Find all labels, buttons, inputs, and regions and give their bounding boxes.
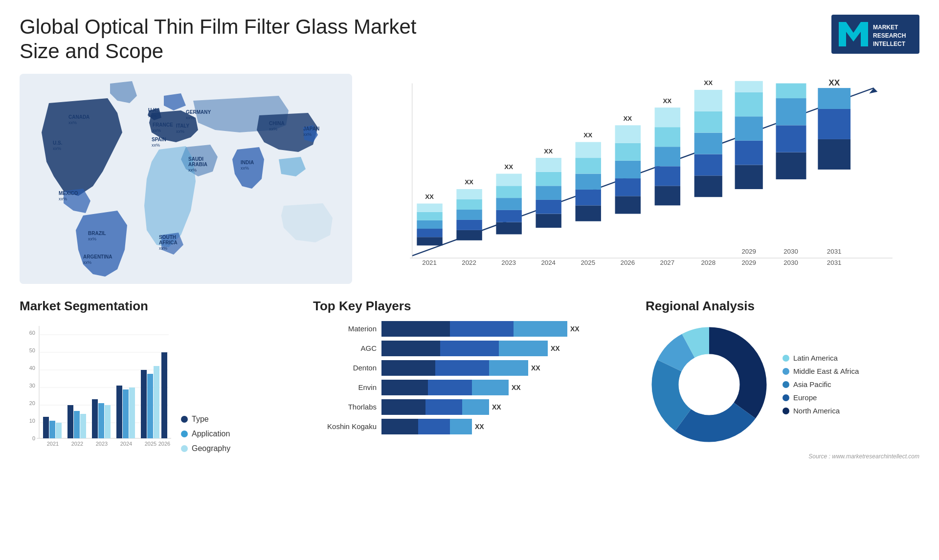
bottom-section: Market Segmentation 0 10 20 30 40 50 <box>20 299 919 460</box>
regional-dot-latin <box>782 355 789 362</box>
svg-rect-92 <box>735 92 763 116</box>
player-xx-denton: XX <box>531 364 540 372</box>
svg-rect-72 <box>615 178 641 196</box>
svg-text:xx%: xx% <box>159 246 167 251</box>
player-name-koshin: Koshin Kogaku <box>313 422 377 431</box>
svg-rect-134 <box>67 405 73 438</box>
legend-dot-type <box>181 416 188 423</box>
svg-text:2022: 2022 <box>71 441 83 447</box>
svg-text:40: 40 <box>29 365 35 371</box>
svg-text:60: 60 <box>29 330 35 336</box>
players-section: Top Key Players Materion XX <box>313 299 636 460</box>
svg-text:20: 20 <box>29 400 35 406</box>
svg-rect-41 <box>417 237 442 245</box>
svg-text:2029: 2029 <box>741 259 756 266</box>
svg-text:U.K.: U.K. <box>148 108 158 113</box>
legend-item-geography: Geography <box>181 444 230 453</box>
regional-label-mea: Middle East & Africa <box>793 367 859 375</box>
regional-label-apac: Asia Pacific <box>793 380 831 388</box>
svg-rect-144 <box>147 374 153 438</box>
svg-text:30: 30 <box>29 383 35 388</box>
donut-chart-svg <box>646 321 773 448</box>
logo-area: MARKET RESEARCH INTELLECT <box>831 15 919 54</box>
svg-text:AFRICA: AFRICA <box>159 240 178 245</box>
svg-rect-98 <box>776 83 806 98</box>
svg-rect-90 <box>735 141 763 165</box>
svg-rect-85 <box>694 132 722 154</box>
svg-text:xx%: xx% <box>152 143 160 148</box>
svg-rect-73 <box>615 161 641 178</box>
player-row-agc: AGC XX <box>313 341 636 356</box>
svg-text:2031: 2031 <box>827 259 842 266</box>
svg-rect-146 <box>161 352 167 438</box>
svg-text:10: 10 <box>29 418 35 424</box>
svg-text:2027: 2027 <box>660 259 675 266</box>
svg-text:SAUDI: SAUDI <box>188 156 203 162</box>
svg-text:50: 50 <box>29 347 35 353</box>
player-row-koshin: Koshin Kogaku XX <box>313 419 636 434</box>
svg-rect-137 <box>92 399 98 438</box>
svg-text:XX: XX <box>544 147 553 154</box>
svg-text:ITALY: ITALY <box>176 123 190 129</box>
legend-item-type: Type <box>181 415 230 424</box>
svg-text:xx%: xx% <box>176 129 184 134</box>
main-content: CANADA xx% U.S. xx% MEXICO xx% BRAZIL xx… <box>20 74 919 460</box>
players-title: Top Key Players <box>313 299 636 314</box>
regional-title: Regional Analysis <box>646 299 919 314</box>
svg-rect-95 <box>776 152 806 179</box>
svg-text:FRANCE: FRANCE <box>153 122 173 128</box>
world-map-svg: CANADA xx% U.S. xx% MEXICO xx% BRAZIL xx… <box>20 74 352 284</box>
svg-text:XX: XX <box>425 193 434 200</box>
seg-chart-area: 0 10 20 30 40 50 60 <box>20 321 303 453</box>
svg-rect-81 <box>655 108 680 127</box>
svg-rect-59 <box>536 214 561 228</box>
svg-rect-50 <box>456 199 482 210</box>
svg-text:GERMANY: GERMANY <box>186 109 211 115</box>
svg-rect-42 <box>417 229 442 237</box>
svg-text:2025: 2025 <box>581 259 595 266</box>
svg-text:JAPAN: JAPAN <box>303 126 319 131</box>
player-row-thorlabs: Thorlabs XX <box>313 399 636 415</box>
svg-rect-77 <box>655 186 680 205</box>
player-name-agc: AGC <box>313 344 377 352</box>
svg-rect-65 <box>576 205 601 221</box>
players-list: Materion XX AGC <box>313 321 636 434</box>
regional-section: Regional Analysis <box>646 299 919 460</box>
regional-dot-mea <box>782 368 789 375</box>
regional-label-latin: Latin America <box>793 354 838 362</box>
player-bar-koshin: XX <box>381 419 636 434</box>
player-row-materion: Materion XX <box>313 321 636 337</box>
regional-legend-apac: Asia Pacific <box>782 380 859 388</box>
svg-text:XX: XX <box>704 79 713 86</box>
regional-legend-europe: Europe <box>782 393 859 402</box>
svg-text:2021: 2021 <box>422 259 437 266</box>
svg-text:RESEARCH: RESEARCH <box>873 32 906 39</box>
legend-label-geography: Geography <box>192 444 230 453</box>
svg-text:2026: 2026 <box>620 259 635 266</box>
svg-rect-141 <box>123 389 129 438</box>
player-name-materion: Materion <box>313 324 377 333</box>
player-name-denton: Denton <box>313 364 377 372</box>
player-name-thorlabs: Thorlabs <box>313 403 377 411</box>
regional-dot-apac <box>782 381 789 388</box>
svg-text:2023: 2023 <box>96 441 108 447</box>
svg-text:XX: XX <box>828 79 840 87</box>
svg-rect-69 <box>576 142 601 157</box>
svg-text:2031: 2031 <box>827 247 842 255</box>
svg-rect-75 <box>615 125 641 143</box>
svg-text:SOUTH: SOUTH <box>159 235 176 240</box>
svg-rect-100 <box>818 139 850 170</box>
svg-text:0: 0 <box>32 435 35 441</box>
svg-text:2024: 2024 <box>541 259 556 266</box>
svg-text:XX: XX <box>623 115 632 122</box>
svg-rect-67 <box>576 173 601 189</box>
svg-text:U.S.: U.S. <box>53 140 63 146</box>
segmentation-chart: 0 10 20 30 40 50 60 <box>20 321 171 453</box>
regional-dot-northam <box>782 408 789 414</box>
svg-rect-136 <box>80 414 86 438</box>
svg-text:BRAZIL: BRAZIL <box>88 231 106 236</box>
svg-text:2028: 2028 <box>701 259 715 266</box>
svg-rect-48 <box>456 220 482 230</box>
svg-rect-51 <box>456 189 482 199</box>
svg-rect-61 <box>536 186 561 200</box>
